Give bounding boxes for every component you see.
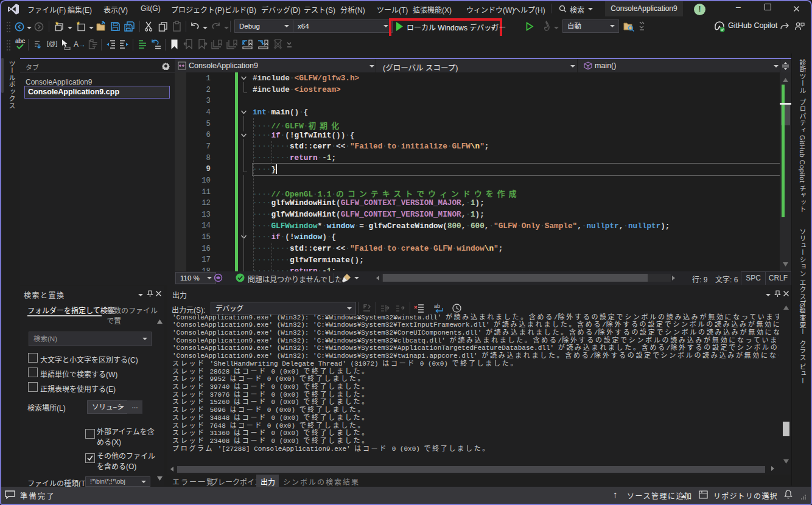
svg-text:ab: ab [434,303,440,309]
